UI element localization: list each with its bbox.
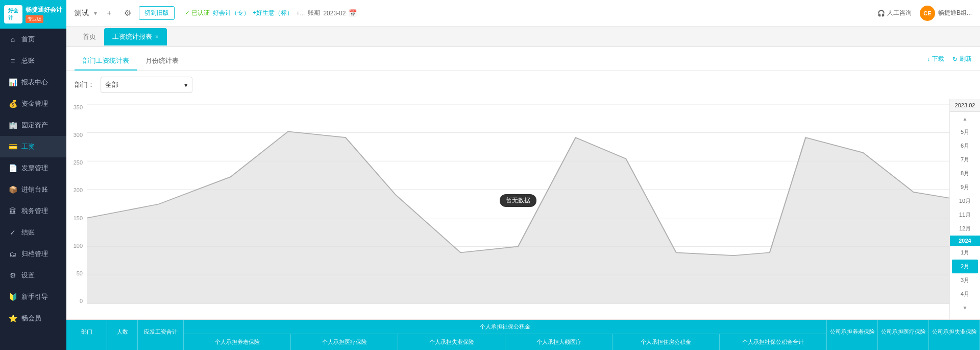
logo-text: 畅捷通好会计 专业版: [26, 6, 62, 23]
dept-filter-label: 部门：: [75, 80, 94, 89]
filter-row: 部门： 全部 ▾: [66, 71, 980, 99]
tab-home[interactable]: 首页: [75, 28, 104, 45]
sidebar-label-settle: 结账: [21, 228, 35, 237]
topbar-status: ✓ 已认证 好会计（专） +好生意（标） +... 账期 2023-02 📅: [185, 9, 357, 17]
month-7[interactable]: 7月: [950, 153, 980, 167]
month-1[interactable]: 1月: [950, 246, 980, 260]
month-10[interactable]: 10月: [950, 194, 980, 208]
month-4[interactable]: 4月: [950, 287, 980, 301]
sidebar-item-reports[interactable]: 📊 报表中心: [0, 72, 66, 93]
th-company-medical: 公司承担医疗保险: [878, 320, 929, 350]
month-3[interactable]: 3月: [950, 273, 980, 287]
support-button[interactable]: 🎧 人工咨询: [877, 9, 912, 17]
sidebar-label-trade: 进销台账: [21, 185, 48, 194]
nav-up[interactable]: ▲: [950, 112, 980, 125]
th-dept: 部门: [66, 320, 107, 350]
period-label: 账期: [308, 9, 320, 17]
subtab-actions: ↓ 下载 ↻ 刷新: [927, 55, 972, 67]
year-header: 2023.02: [950, 99, 980, 112]
guide-icon: 🔰: [8, 292, 17, 301]
sidebar-item-funds[interactable]: 💰 资金管理: [0, 93, 66, 114]
settings-icon: ⚙: [8, 271, 17, 280]
sidebar-item-payroll[interactable]: 💳 工资: [0, 136, 66, 157]
good-biz-status: +好生意（标）: [253, 9, 293, 17]
sidebar-label-guide: 新手引导: [21, 292, 48, 301]
switch-version-button[interactable]: 切到旧版: [139, 6, 175, 20]
reports-icon: 📊: [8, 78, 17, 87]
th-personal-group: 个人承担社保公积金 个人承担养老保险 个人承担医疗保险 个人承担失业保险 个人承…: [184, 320, 827, 350]
sidebar-item-guide[interactable]: 🔰 新手引导: [0, 286, 66, 308]
dept-filter-select[interactable]: 全部 ▾: [101, 77, 192, 93]
payroll-icon: 💳: [8, 142, 17, 151]
month-5[interactable]: 5月: [950, 125, 980, 139]
topbar-title: 测试: [75, 9, 89, 18]
chart-tooltip: 暂无数据: [500, 194, 536, 207]
th-total-salary-col: 应发工资合计: [138, 320, 184, 350]
headset-icon: 🎧: [877, 10, 885, 17]
sidebar-item-ledger[interactable]: ≡ 总账: [0, 50, 66, 72]
sidebar-label-tax: 税务管理: [21, 206, 48, 216]
th-total-salary: 应发工资合计: [138, 320, 184, 350]
calendar-icon[interactable]: 📅: [349, 9, 357, 17]
sidebar-label-archive: 归档管理: [21, 249, 48, 259]
archive-icon: 🗂: [8, 249, 17, 259]
refresh-button[interactable]: ↻ 刷新: [952, 55, 972, 63]
sidebar-label-assets: 固定资产: [21, 121, 48, 130]
content-area: 部门工资统计表 月份统计表 ↓ 下载 ↻ 刷新 部门： 全部 ▾: [66, 47, 980, 350]
sidebar-label-payroll: 工资: [21, 142, 35, 151]
month-9[interactable]: 9月: [950, 180, 980, 194]
sidebar-item-home[interactable]: ⌂ 首页: [0, 29, 66, 50]
nav-up-icon[interactable]: ▲: [961, 114, 970, 123]
tabbar: 首页 工资统计报表 ×: [66, 27, 980, 47]
ledger-icon: ≡: [8, 56, 17, 65]
subtab-monthly[interactable]: 月份统计表: [137, 52, 187, 71]
sidebar-item-assets[interactable]: 🏢 固定资产: [0, 114, 66, 136]
trade-icon: 📦: [8, 185, 17, 194]
nav-down-icon[interactable]: ▼: [961, 303, 970, 312]
sidebar-item-settings[interactable]: ⚙ 设置: [0, 265, 66, 286]
funds-icon: 💰: [8, 99, 17, 108]
user-name: 畅捷通B组...: [938, 9, 972, 17]
tab-payroll-report[interactable]: 工资统计报表 ×: [104, 28, 167, 45]
th-personal-old-age: 个人承担养老保险: [184, 334, 291, 350]
th-headcount: 人数: [107, 320, 138, 350]
sidebar-item-trade[interactable]: 📦 进销台账: [0, 179, 66, 200]
download-button[interactable]: ↓ 下载: [927, 55, 944, 63]
topbar-dropdown-icon[interactable]: ▾: [94, 10, 97, 17]
add-button[interactable]: +: [102, 6, 116, 20]
th-company-medical-col: 公司承担医疗保险: [878, 320, 929, 350]
sidebar-label-invoice: 发票管理: [21, 164, 48, 173]
certified-status: ✓ 已认证: [185, 9, 210, 17]
th-dept-col: 部门: [66, 320, 107, 350]
sidebar-item-tax[interactable]: 🏛 税务管理: [0, 200, 66, 222]
sidebar-item-settle[interactable]: ✓ 结账: [0, 222, 66, 243]
chart-area: 暂无数据: [87, 104, 949, 304]
month-11[interactable]: 11月: [950, 208, 980, 222]
month-6[interactable]: 6月: [950, 139, 980, 153]
main-area: 测试 ▾ + ⚙ 切到旧版 ✓ 已认证 好会计（专） +好生意（标） +... …: [66, 0, 980, 350]
month-2-active[interactable]: 2月: [952, 260, 978, 273]
month-12[interactable]: 12月: [950, 222, 980, 236]
dropdown-icon: ▾: [184, 81, 188, 89]
logo-icon: 好会计: [4, 5, 22, 24]
sidebar-label-reports: 报表中心: [21, 78, 48, 87]
period-value: 2023-02: [323, 10, 346, 17]
th-personal-housing-fund: 个人承担住房公积金: [612, 334, 720, 350]
subtab-dept[interactable]: 部门工资统计表: [75, 52, 137, 71]
settings-gear-button[interactable]: ⚙: [120, 6, 135, 20]
tab-close-icon[interactable]: ×: [155, 33, 159, 40]
topbar: 测试 ▾ + ⚙ 切到旧版 ✓ 已认证 好会计（专） +好生意（标） +... …: [66, 0, 980, 27]
sidebar-label-funds: 资金管理: [21, 99, 48, 108]
table-header: 部门 人数 应发工资合计 个人承担社保公积金 个人承担养老保险 个人承担医疗保险…: [66, 319, 980, 350]
sidebar-item-vip[interactable]: ⭐ 畅会员: [0, 308, 66, 329]
nav-down[interactable]: ▼: [950, 301, 980, 314]
assets-icon: 🏢: [8, 121, 17, 130]
th-headcount-col: 人数: [107, 320, 138, 350]
month-8[interactable]: 8月: [950, 167, 980, 180]
sidebar-label-ledger: 总账: [21, 56, 35, 65]
topbar-actions: + ⚙ 切到旧版: [102, 6, 175, 20]
sidebar-item-invoice[interactable]: 📄 发票管理: [0, 157, 66, 179]
chart-section: 350 300 250 200 150 100 50 0: [66, 99, 980, 319]
sidebar-item-archive[interactable]: 🗂 归档管理: [0, 243, 66, 265]
date-panel: 2023.02 ▲ 5月 6月 7月 8月 9月 10月 11月 12月 202…: [949, 99, 980, 319]
